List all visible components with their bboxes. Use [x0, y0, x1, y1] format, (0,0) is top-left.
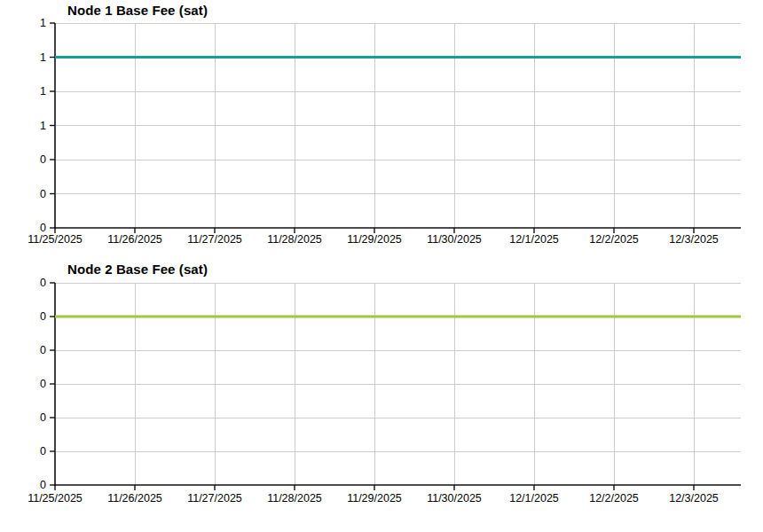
- y-tick-label: 1: [40, 17, 46, 29]
- x-tick-label: 11/25/2025: [28, 233, 83, 246]
- x-tick-label: 12/2/2025: [589, 492, 639, 505]
- x-tick-label: 11/29/2025: [347, 492, 402, 505]
- y-tick-label: 0: [40, 411, 46, 424]
- x-tick-label: 11/25/2025: [28, 492, 83, 505]
- x-tick-label: 11/28/2025: [267, 492, 322, 505]
- y-tick-label: 0: [40, 310, 46, 323]
- y-tick-label: 0: [40, 188, 46, 200]
- y-tick-label: 0: [40, 153, 46, 166]
- y-tick-label: 0: [40, 479, 46, 491]
- x-tick-label: 11/27/2025: [187, 233, 242, 246]
- y-tick-label: 1: [40, 85, 46, 98]
- x-tick-label: 11/29/2025: [347, 233, 402, 246]
- x-tick-label: 11/30/2025: [427, 492, 482, 505]
- y-tick-label: 0: [40, 378, 46, 390]
- x-tick-label: 12/3/2025: [669, 233, 719, 246]
- x-tick-label: 12/1/2025: [509, 233, 559, 246]
- x-tick-label: 11/28/2025: [267, 233, 322, 246]
- y-tick-label: 1: [40, 120, 46, 132]
- y-tick-label: 0: [40, 277, 46, 289]
- x-tick-label: 11/26/2025: [107, 492, 162, 505]
- chart-1-plot: 111100011/25/202511/26/202511/27/202511/…: [0, 0, 763, 257]
- fee-charts-page: Node 1 Base Fee (sat) 111100011/25/20251…: [0, 0, 763, 532]
- chart-2-plot: 000000011/25/202511/26/202511/27/202511/…: [0, 259, 763, 532]
- x-tick-label: 12/1/2025: [509, 492, 559, 505]
- y-tick-label: 0: [40, 445, 46, 458]
- x-tick-label: 12/2/2025: [589, 233, 639, 246]
- x-tick-label: 12/3/2025: [669, 492, 719, 505]
- x-tick-label: 11/26/2025: [107, 233, 162, 246]
- y-tick-label: 1: [40, 51, 46, 64]
- y-tick-label: 0: [40, 344, 46, 356]
- x-tick-label: 11/30/2025: [427, 233, 482, 246]
- x-tick-label: 11/27/2025: [187, 492, 242, 505]
